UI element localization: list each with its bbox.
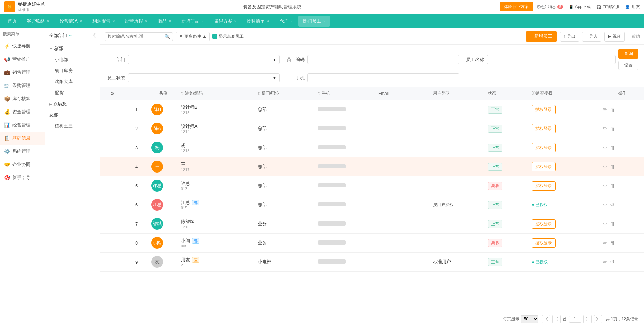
row-1-delete-icon[interactable]: 🗑: [610, 107, 615, 113]
prev-page-btn[interactable]: 〈: [552, 315, 561, 323]
dept-node-sydak[interactable]: 沈阳大库: [45, 76, 100, 87]
row-3-delete-icon[interactable]: 🗑: [610, 145, 615, 151]
dept-node-0[interactable]: ▼ 总部: [45, 43, 100, 54]
row-2-edit-icon[interactable]: ✏: [603, 125, 607, 132]
tab-history[interactable]: 经营历程 ×: [120, 16, 152, 27]
sidebar-item-guide[interactable]: 🎯 新手引导: [0, 171, 45, 184]
tab-employees-close[interactable]: ×: [323, 19, 325, 23]
row-4-edit-icon[interactable]: ✏: [603, 164, 607, 170]
row-6-edit-icon[interactable]: ✏: [603, 202, 607, 208]
set-btn[interactable]: 设置: [618, 61, 638, 70]
msg-btn[interactable]: 💬 消息 5: [541, 4, 563, 10]
tab-warehouse[interactable]: 仓库 ×: [275, 16, 298, 27]
tab-customers-close[interactable]: ×: [47, 19, 49, 23]
sidebar-item-marketing[interactable]: 📢 营销推广: [0, 53, 45, 66]
row-8-auth-btn[interactable]: 授权登录: [532, 238, 556, 248]
first-page-btn[interactable]: 《: [542, 315, 550, 323]
sidebar-item-quicknav[interactable]: ⚡ 快捷导航: [0, 39, 45, 53]
export-btn[interactable]: ↑ 导出: [560, 32, 579, 42]
filter-empcode-input[interactable]: [307, 55, 459, 64]
tab-profit-close[interactable]: ×: [112, 19, 115, 23]
sidebar-item-basicinfo[interactable]: 📋 基础信息: [0, 132, 45, 145]
dept-node-zongbu[interactable]: 总部: [45, 109, 100, 121]
col-settings[interactable]: ⚙: [100, 87, 125, 100]
page-size-dropdown[interactable]: 50 100: [521, 315, 538, 323]
sidebar-search-input[interactable]: [3, 32, 45, 36]
search-input[interactable]: [108, 34, 163, 39]
sidebar-item-collab[interactable]: 🤝 企业协同: [0, 158, 45, 171]
dept-edit-icon[interactable]: ✏: [69, 33, 72, 38]
row-1-auth-btn[interactable]: 授权登录: [532, 105, 556, 114]
col-phone[interactable]: ⇅ 手机: [315, 87, 375, 100]
row-7-delete-icon[interactable]: 🗑: [610, 221, 615, 227]
row-3-auth-btn[interactable]: 授权登录: [532, 143, 556, 152]
tab-bom-close[interactable]: ×: [267, 19, 269, 23]
show-resigned-checkbox[interactable]: ✓: [212, 34, 217, 39]
dept-node-peihuo[interactable]: 配货: [45, 87, 100, 98]
support-btn[interactable]: 🎧 在线客服: [596, 4, 619, 10]
row-2-auth-btn[interactable]: 授权登录: [532, 124, 556, 133]
row-1-edit-icon[interactable]: ✏: [603, 106, 607, 113]
trial-btn[interactable]: 体验行业方案: [500, 2, 533, 11]
tab-operations[interactable]: 经营情况 ×: [55, 16, 87, 27]
row-5-auth-btn[interactable]: 授权登录: [532, 181, 556, 191]
app-download-btn[interactable]: 📱 App下载: [569, 4, 591, 10]
dept-node-zhishu[interactable]: 植树王三: [45, 121, 100, 132]
sidebar-item-sales[interactable]: 💼 销售管理: [0, 66, 45, 79]
col-dept[interactable]: ⇅ 部门/职位: [255, 87, 315, 100]
row-6-refresh-icon[interactable]: ↺: [610, 202, 615, 208]
filter-status-select[interactable]: ▼: [128, 73, 280, 82]
filter-phone-input[interactable]: [307, 73, 459, 82]
query-btn[interactable]: 查询: [618, 49, 638, 59]
tab-operations-close[interactable]: ×: [80, 19, 82, 23]
row-4-auth-btn[interactable]: 授权登录: [532, 162, 556, 171]
toolbar-help-icon[interactable]: |: [627, 33, 629, 39]
row-9-edit-icon[interactable]: ✏: [603, 259, 607, 265]
toolbar-more-icon[interactable]: 帮助: [632, 34, 640, 39]
tab-add-goods-close[interactable]: ×: [201, 19, 203, 23]
row-8-edit-icon[interactable]: ✏: [603, 240, 607, 246]
dept-node-xiaodian[interactable]: 小电部: [45, 54, 100, 65]
tab-employees[interactable]: 部门员工 ×: [298, 16, 330, 27]
sidebar-item-purchase[interactable]: 🛒 采购管理: [0, 79, 45, 92]
tab-history-close[interactable]: ×: [145, 19, 147, 23]
tab-customers[interactable]: 客户联络 ×: [22, 16, 54, 27]
import-btn[interactable]: ↓ 导入: [582, 32, 601, 42]
row-5-delete-icon[interactable]: 🗑: [610, 183, 615, 189]
tab-goods-close[interactable]: ×: [169, 19, 171, 23]
tab-barcode[interactable]: 条码方案 ×: [209, 16, 241, 27]
more-filter-btn[interactable]: ▼ 更多条件 ▲: [176, 32, 210, 41]
dept-all-label[interactable]: 全部部门 ✏: [49, 33, 72, 39]
sidebar-item-operations[interactable]: 📊 经营管理: [0, 118, 45, 132]
tab-warehouse-close[interactable]: ×: [291, 19, 293, 23]
settings-gear-icon[interactable]: ⚙: [536, 3, 541, 10]
sidebar-item-capital[interactable]: 💰 资金管理: [0, 105, 45, 118]
row-3-edit-icon[interactable]: ✏: [603, 144, 607, 151]
view-btn[interactable]: ▶ 视频: [604, 32, 625, 42]
dept-node-xmkf[interactable]: 项目库房: [45, 65, 100, 76]
dept-node-shuangluxiang[interactable]: ▶ 双鹿想: [45, 98, 100, 109]
last-page-btn[interactable]: 》: [594, 315, 602, 323]
sidebar-item-inventory[interactable]: 📦 库存核算: [0, 92, 45, 105]
row-7-edit-icon[interactable]: ✏: [603, 221, 607, 227]
page-number-input[interactable]: [569, 316, 581, 323]
next-page-btn[interactable]: 〉: [583, 315, 592, 323]
row-5-edit-icon[interactable]: ✏: [603, 183, 607, 189]
show-resigned-wrap[interactable]: ✓ 显示离职员工: [212, 34, 244, 39]
row-4-delete-icon[interactable]: 🗑: [610, 164, 615, 170]
sidebar-item-sysadmin[interactable]: ⚙️ 系统管理: [0, 145, 45, 158]
dept-collapse-icon[interactable]: 《: [90, 32, 96, 39]
tab-barcode-close[interactable]: ×: [234, 19, 236, 23]
tab-add-goods[interactable]: 新增商品 ×: [176, 16, 208, 27]
row-9-refresh-icon[interactable]: ↺: [610, 259, 615, 265]
tab-profit[interactable]: 利润报告 ×: [88, 16, 119, 27]
add-employee-btn[interactable]: + 新增员工: [526, 31, 557, 42]
filter-empname-input[interactable]: [487, 55, 616, 64]
tab-goods[interactable]: 商品 ×: [153, 16, 176, 27]
col-name[interactable]: ⇅ 姓名/编码: [178, 87, 255, 100]
tab-home[interactable]: 首页: [3, 16, 21, 27]
filter-dept-select[interactable]: ▼: [128, 55, 280, 64]
user-btn[interactable]: 👤 用友: [625, 4, 640, 10]
row-2-delete-icon[interactable]: 🗑: [610, 126, 615, 132]
row-7-auth-btn[interactable]: 授权登录: [532, 219, 556, 229]
